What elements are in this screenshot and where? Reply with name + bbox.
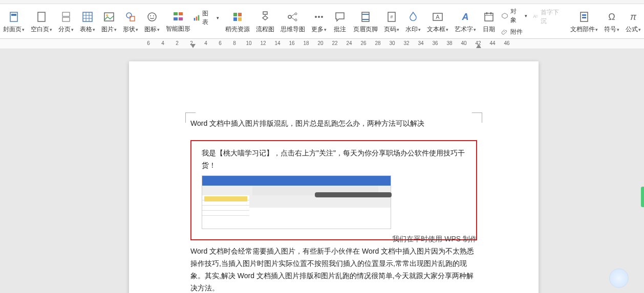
ruler-tick: 34 xyxy=(418,40,423,46)
shapes-button[interactable]: 形状▾ xyxy=(120,6,141,38)
icons-button[interactable]: 图标▾ xyxy=(141,6,163,38)
svg-marker-61 xyxy=(476,44,481,48)
ruler-tick: 16 xyxy=(289,40,294,46)
svg-point-11 xyxy=(106,14,108,16)
side-tab[interactable] xyxy=(641,187,644,207)
svg-line-34 xyxy=(291,14,295,16)
ruler-tick: 44 xyxy=(489,40,495,46)
ruler-tick: 2 xyxy=(176,40,179,46)
svg-text:A: A xyxy=(461,12,468,22)
svg-rect-0 xyxy=(10,12,17,21)
ruler-tick: 14 xyxy=(274,40,280,46)
assistant-bubble[interactable] xyxy=(609,268,629,288)
ruler-tick: 24 xyxy=(346,40,352,46)
svg-rect-21 xyxy=(194,18,195,20)
header-footer-button[interactable]: 页眉页脚 xyxy=(350,6,381,38)
dropcap-button[interactable]: A首字下沉 xyxy=(531,8,565,26)
svg-rect-57 xyxy=(582,17,586,18)
document-area: Word 文档中插入图片排版混乱，图片总是乱跑怎么办，两种方法可以解决 我是【桃… xyxy=(0,49,644,293)
doc-overlap[interactable]: 我们在平时使用 WPS 制作 xyxy=(190,233,477,245)
doc-line-1[interactable]: Word 文档中插入图片排版混乱，图片总是乱跑怎么办，两种方法可以解决 xyxy=(190,118,477,130)
ruler-tick: 38 xyxy=(446,40,452,46)
highlighted-block: 我是【桃大喵学习记】，点击右上方"关注"，每天为你分享职场办公软件使用技巧干货！ xyxy=(190,140,477,241)
svg-text:Ω: Ω xyxy=(608,12,615,22)
svg-point-31 xyxy=(288,15,291,18)
doc-para2[interactable]: Word 文档时会经常需要插入图片，有些新手小伙伴在 Word 文档中插入图片因… xyxy=(190,245,477,293)
ruler-tick: 28 xyxy=(375,40,380,46)
svg-rect-28 xyxy=(263,12,267,14)
svg-rect-47 xyxy=(485,13,493,21)
ruler-tick: 4 xyxy=(161,40,164,46)
svg-rect-2 xyxy=(38,12,45,21)
textbox-button[interactable]: A 文本框▾ xyxy=(424,6,452,38)
ruler-tick: 10 xyxy=(246,40,251,46)
ruler-tick: 40 xyxy=(461,40,466,46)
svg-rect-24 xyxy=(233,13,237,16)
page-number-button[interactable]: # 页码▾ xyxy=(381,6,402,38)
equation-button[interactable]: π 公式▾ xyxy=(622,6,644,38)
svg-rect-22 xyxy=(196,16,197,20)
svg-rect-56 xyxy=(582,14,586,16)
embedded-screenshot[interactable] xyxy=(202,175,391,229)
ruler-tick: 30 xyxy=(389,40,395,46)
svg-marker-29 xyxy=(263,16,268,20)
comment-button[interactable]: 批注 xyxy=(330,6,350,38)
svg-rect-5 xyxy=(83,12,92,21)
doc-parts-button[interactable]: 文档部件▾ xyxy=(567,6,601,38)
svg-point-12 xyxy=(126,13,132,18)
svg-rect-17 xyxy=(174,12,178,15)
svg-rect-19 xyxy=(174,17,178,20)
svg-point-14 xyxy=(148,13,156,21)
flowchart-button[interactable]: 流程图 xyxy=(253,6,277,38)
resources-button[interactable]: 稻壳资源 xyxy=(222,6,253,38)
svg-rect-1 xyxy=(11,14,16,16)
horizontal-ruler[interactable]: 6422468101214161820222426283032343638404… xyxy=(0,39,644,49)
ruler-tick: 20 xyxy=(317,40,323,46)
smartart-button[interactable]: 智能图形 图表▾ xyxy=(163,6,223,38)
ruler-tick: 36 xyxy=(432,40,438,46)
wordart-button[interactable]: A 艺术字▾ xyxy=(452,6,479,38)
svg-rect-25 xyxy=(238,13,242,16)
object-button[interactable]: 对象▾ xyxy=(501,7,527,25)
svg-rect-3 xyxy=(62,12,70,16)
svg-rect-27 xyxy=(238,17,242,21)
picture-button[interactable]: 图片▾ xyxy=(98,6,120,38)
document-page[interactable]: Word 文档中插入图片排版混乱，图片总是乱跑怎么办，两种方法可以解决 我是【桃… xyxy=(129,61,539,293)
svg-point-37 xyxy=(318,16,320,18)
ruler-tick: 12 xyxy=(260,40,266,46)
svg-rect-4 xyxy=(62,17,70,21)
table-button[interactable]: 表格▾ xyxy=(77,6,98,38)
svg-line-35 xyxy=(291,17,295,20)
svg-marker-60 xyxy=(190,44,196,48)
ruler-tick: 46 xyxy=(504,40,509,46)
ruler-tick: 4 xyxy=(204,40,207,46)
ruler-tick: 32 xyxy=(403,40,409,46)
blank-page-button[interactable]: 空白页▾ xyxy=(28,6,55,38)
more-button[interactable]: 更多▾ xyxy=(308,6,330,38)
svg-text:π: π xyxy=(630,12,637,22)
ruler-tick: 6 xyxy=(147,40,150,46)
ruler-tick: 18 xyxy=(303,40,309,46)
svg-rect-18 xyxy=(179,12,183,15)
ruler-tick: 22 xyxy=(332,40,337,46)
svg-point-36 xyxy=(315,16,317,18)
svg-rect-39 xyxy=(362,12,369,21)
page-break-button[interactable]: 分页▾ xyxy=(55,6,77,38)
svg-rect-23 xyxy=(198,15,199,20)
svg-point-15 xyxy=(150,15,151,16)
attachment-button[interactable]: 附件 xyxy=(501,28,527,36)
svg-rect-26 xyxy=(233,17,237,21)
svg-marker-51 xyxy=(502,13,507,18)
ruler-tick: 6 xyxy=(219,40,222,46)
date-button[interactable]: 日期 xyxy=(479,6,499,38)
doc-boxline[interactable]: 我是【桃大喵学习记】，点击右上方"关注"，每天为你分享职场办公软件使用技巧干货！ xyxy=(202,147,466,172)
symbol-button[interactable]: Ω 符号▾ xyxy=(601,6,622,38)
cover-page-button[interactable]: 封面页▾ xyxy=(0,6,28,38)
watermark-button[interactable]: 水印▾ xyxy=(402,6,424,38)
svg-text:A: A xyxy=(436,14,440,20)
mindmap-button[interactable]: 思维导图 xyxy=(277,6,308,38)
chart-button[interactable]: 图表▾ xyxy=(192,9,220,27)
svg-point-32 xyxy=(295,13,297,15)
svg-point-33 xyxy=(295,19,297,21)
ruler-tick: 26 xyxy=(360,40,366,46)
